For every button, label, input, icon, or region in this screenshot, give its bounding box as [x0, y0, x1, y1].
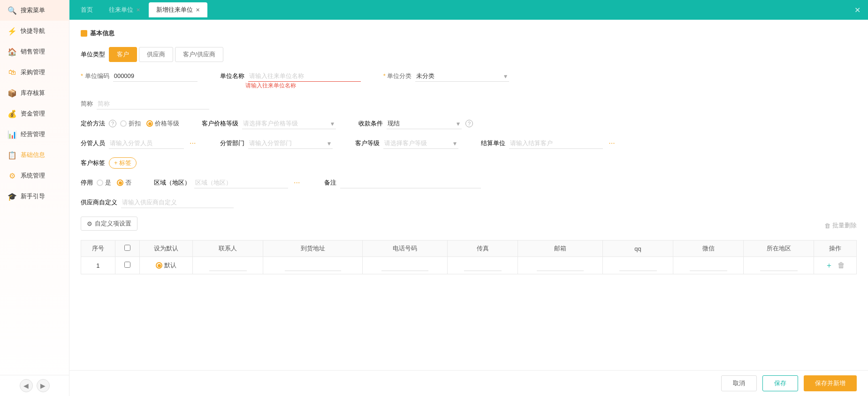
unit-type-customer[interactable]: 客户: [109, 47, 137, 62]
remarks-field: 备注: [324, 177, 481, 188]
supplier-custom-input[interactable]: [121, 197, 234, 208]
operations-icon: 📊: [8, 130, 17, 139]
sidebar-item-operations[interactable]: 📊 经营管理: [0, 124, 69, 145]
fax-input[interactable]: [464, 260, 502, 271]
sidebar-expand-btn[interactable]: ▶: [37, 379, 50, 392]
col-address: 到货地址: [263, 241, 363, 257]
delete-row-btn[interactable]: 🗑: [838, 261, 845, 269]
sidebar-item-finance[interactable]: 💰 资金管理: [0, 103, 69, 124]
select-all-checkbox[interactable]: [124, 245, 130, 251]
unit-code-input[interactable]: [113, 70, 198, 82]
customer-tag-row: 客户标签 + 标签: [81, 157, 857, 169]
tab-contacts-close[interactable]: ✕: [136, 7, 140, 13]
cell-qq: [603, 257, 673, 274]
radio-yes-circle: [97, 179, 103, 186]
remarks-input[interactable]: [340, 177, 481, 188]
email-input[interactable]: [537, 260, 584, 271]
cell-seq: 1: [81, 257, 115, 274]
pricing-radio-discount[interactable]: 折扣: [120, 119, 141, 128]
unit-type-both[interactable]: 客户/供应商: [175, 47, 223, 62]
cell-wechat: [673, 257, 744, 274]
system-icon: ⚙: [8, 171, 17, 180]
supplier-custom-field: 供应商自定义: [81, 197, 234, 208]
purchase-icon: 🛍: [8, 68, 17, 77]
sidebar-item-quicknav[interactable]: ⚡ 快捷导航: [0, 21, 69, 41]
region-more-btn[interactable]: ···: [292, 179, 302, 187]
sidebar-item-sales[interactable]: 🏠 销售管理: [0, 41, 69, 62]
contact-input[interactable]: [209, 260, 247, 271]
close-all-tabs[interactable]: ✕: [851, 4, 864, 16]
add-row-btn[interactable]: ＋: [825, 261, 833, 269]
sidebar-item-inventory[interactable]: 📦 库存核算: [0, 83, 69, 103]
batch-delete-btn[interactable]: 🗑 批量删除: [824, 221, 857, 230]
row-region-input[interactable]: [760, 260, 798, 271]
tab-new-contact-close[interactable]: ✕: [196, 7, 200, 13]
col-qq: qq: [603, 241, 673, 257]
disabled-radio-yes[interactable]: 是: [97, 179, 111, 187]
sidebar-item-system[interactable]: ⚙ 系统管理: [0, 165, 69, 186]
sidebar-collapse-btn[interactable]: ◀: [20, 379, 33, 392]
save-button[interactable]: 保存: [762, 375, 798, 391]
region-label: 区域（地区）: [154, 179, 190, 187]
default-radio[interactable]: 默认: [144, 261, 189, 270]
department-field: 分管部门 ▾: [220, 138, 333, 149]
save-new-button[interactable]: 保存并新增: [804, 375, 857, 391]
sidebar-item-purchase[interactable]: 🛍 采购管理: [0, 62, 69, 83]
region-input[interactable]: [194, 177, 288, 188]
row-checkbox[interactable]: [124, 262, 130, 268]
settlement-field: 结算单位 ···: [481, 138, 617, 149]
sidebar-item-search[interactable]: 🔍 搜索菜单: [0, 0, 69, 21]
sidebar-item-basic[interactable]: 📋 基础信息: [0, 145, 69, 165]
customer-price-level-wrapper: ▾: [242, 118, 336, 129]
customer-level-label: 客户等级: [355, 139, 380, 148]
assignee-row: 分管人员 ··· 分管部门 ▾ 客户等级 ▾: [81, 138, 857, 149]
default-radio-circle: [156, 262, 162, 269]
assignee-input[interactable]: [109, 138, 184, 149]
tab-new-contact[interactable]: 新增往来单位 ✕: [149, 2, 207, 17]
customer-price-level-input[interactable]: [242, 118, 336, 129]
settlement-more-btn[interactable]: ···: [607, 139, 617, 148]
phone-input[interactable]: [381, 260, 428, 271]
unit-type-row: 单位类型 客户 供应商 客户/供应商: [81, 47, 857, 62]
shortname-input[interactable]: [97, 98, 209, 109]
section-title-icon: [81, 30, 87, 37]
wechat-input[interactable]: [690, 260, 727, 271]
unit-category-input[interactable]: [415, 70, 509, 82]
supplier-custom-row: 供应商自定义: [81, 197, 857, 208]
dept-select-wrapper: ▾: [248, 138, 333, 149]
quicknav-icon: ⚡: [8, 26, 17, 36]
add-tag-btn[interactable]: + 标签: [109, 157, 137, 169]
unit-type-supplier[interactable]: 供应商: [139, 47, 173, 62]
payment-terms-field: 收款条件 ▾ ?: [358, 118, 473, 129]
qq-input[interactable]: [619, 260, 657, 271]
settlement-input[interactable]: [509, 138, 603, 149]
pricing-radio-level[interactable]: 价格等级: [146, 119, 179, 128]
pricing-help-icon[interactable]: ?: [109, 120, 116, 127]
search-icon: 🔍: [8, 6, 17, 15]
customer-level-input[interactable]: [383, 138, 458, 149]
cancel-button[interactable]: 取消: [721, 375, 757, 391]
unit-name-input[interactable]: [248, 70, 361, 82]
address-input[interactable]: [285, 260, 341, 271]
payment-help-icon[interactable]: ?: [465, 120, 473, 127]
disabled-label: 停用: [81, 179, 93, 187]
sidebar-item-tutorial[interactable]: 🎓 新手引导: [0, 186, 69, 207]
disabled-radio-no[interactable]: 否: [117, 179, 131, 187]
shortname-row: 简称: [81, 98, 857, 109]
payment-terms-input[interactable]: [387, 118, 462, 129]
tab-bar: 首页 往来单位 ✕ 新增往来单位 ✕ ✕: [69, 0, 868, 20]
shortname-label: 简称: [81, 100, 93, 108]
unit-name-error: 请输入往来单位名称: [245, 82, 361, 90]
custom-settings-btn[interactable]: ⚙ 自定义项设置: [81, 217, 137, 231]
region-field: 区域（地区） ···: [154, 177, 302, 188]
tab-contacts[interactable]: 往来单位 ✕: [101, 2, 148, 17]
sales-icon: 🏠: [8, 47, 17, 56]
dept-input[interactable]: [248, 138, 333, 149]
tab-home[interactable]: 首页: [73, 2, 100, 17]
pricing-radio-group: 折扣 价格等级: [120, 119, 179, 128]
assignee-more-btn[interactable]: ···: [188, 139, 198, 148]
disabled-field: 停用 是 否: [81, 179, 131, 187]
col-contact: 联系人: [193, 241, 263, 257]
unit-type-label: 单位类型: [81, 50, 105, 59]
col-email: 邮箱: [518, 241, 603, 257]
